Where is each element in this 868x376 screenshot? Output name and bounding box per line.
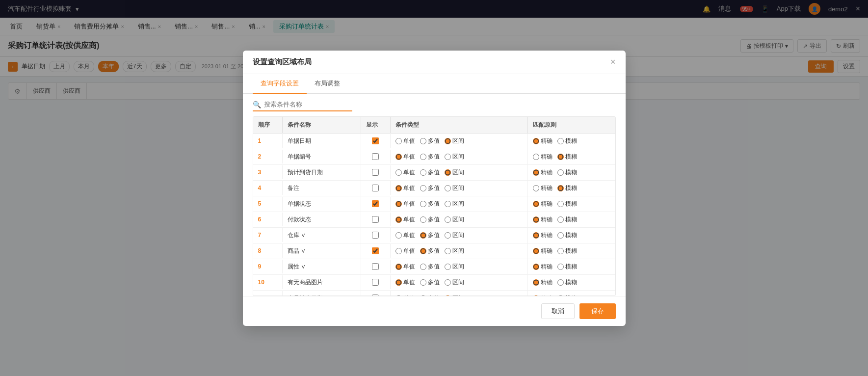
modal-tabs: 查询字段设置 布局调整 (243, 74, 626, 94)
modal-tab-query-fields-label: 查询字段设置 (261, 80, 299, 87)
modal-tab-query-fields[interactable]: 查询字段设置 (253, 74, 307, 94)
search-icon: 🔍 (253, 101, 261, 106)
modal-header: 设置查询区域布局 × (243, 51, 626, 74)
search-input[interactable] (264, 101, 352, 106)
search-box-area: 🔍 (243, 94, 626, 106)
modal-title: 设置查询区域布局 (253, 57, 312, 67)
modal-tab-layout-label: 布局调整 (315, 80, 340, 87)
modal-overlay: 设置查询区域布局 × 查询字段设置 布局调整 🔍 顺序 (0, 0, 868, 106)
search-input-wrap: 🔍 (253, 99, 352, 106)
modal-dialog: 设置查询区域布局 × 查询字段设置 布局调整 🔍 顺序 (243, 51, 626, 106)
modal-close-button[interactable]: × (610, 57, 616, 66)
modal-tab-layout[interactable]: 布局调整 (307, 74, 348, 94)
